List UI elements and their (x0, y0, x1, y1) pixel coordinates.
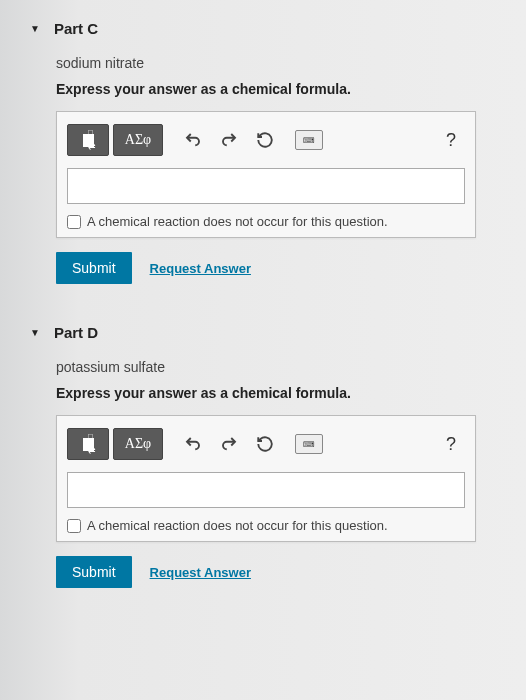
no-reaction-label: A chemical reaction does not occur for t… (87, 214, 388, 229)
collapse-caret-icon[interactable]: ▼ (30, 327, 40, 338)
submit-button[interactable]: Submit (56, 252, 132, 284)
answer-box: □ ⇌ ΑΣφ ⌨ ? A (56, 415, 476, 542)
reset-icon[interactable] (249, 428, 281, 460)
undo-icon[interactable] (177, 428, 209, 460)
keyboard-icon[interactable]: ⌨ (295, 434, 323, 454)
no-reaction-label: A chemical reaction does not occur for t… (87, 518, 388, 533)
submit-button[interactable]: Submit (56, 556, 132, 588)
part-header: ▼ Part C (30, 20, 506, 37)
instruction-text: Express your answer as a chemical formul… (56, 385, 506, 401)
request-answer-link[interactable]: Request Answer (150, 565, 251, 580)
help-button[interactable]: ? (437, 130, 465, 151)
template-button[interactable]: □ ⇌ (67, 428, 109, 460)
part-body: sodium nitrate Express your answer as a … (30, 55, 506, 284)
part-header: ▼ Part D (30, 324, 506, 341)
part-d-section: ▼ Part D potassium sulfate Express your … (30, 324, 506, 588)
formula-toolbar: □ ⇌ ΑΣφ ⌨ ? (67, 428, 465, 460)
compound-name: potassium sulfate (56, 359, 506, 375)
request-answer-link[interactable]: Request Answer (150, 261, 251, 276)
no-reaction-checkbox[interactable] (67, 215, 81, 229)
part-body: potassium sulfate Express your answer as… (30, 359, 506, 588)
button-row: Submit Request Answer (56, 252, 506, 284)
redo-icon[interactable] (213, 428, 245, 460)
part-title: Part C (54, 20, 98, 37)
formula-input[interactable] (67, 168, 465, 204)
greek-symbols-button[interactable]: ΑΣφ (113, 124, 163, 156)
part-title: Part D (54, 324, 98, 341)
instruction-text: Express your answer as a chemical formul… (56, 81, 506, 97)
no-reaction-checkbox[interactable] (67, 519, 81, 533)
redo-icon[interactable] (213, 124, 245, 156)
no-reaction-row[interactable]: A chemical reaction does not occur for t… (67, 214, 465, 229)
undo-icon[interactable] (177, 124, 209, 156)
formula-input[interactable] (67, 472, 465, 508)
help-button[interactable]: ? (437, 434, 465, 455)
reset-icon[interactable] (249, 124, 281, 156)
answer-box: □ ⇌ ΑΣφ ⌨ ? A (56, 111, 476, 238)
no-reaction-row[interactable]: A chemical reaction does not occur for t… (67, 518, 465, 533)
button-row: Submit Request Answer (56, 556, 506, 588)
compound-name: sodium nitrate (56, 55, 506, 71)
template-button[interactable]: □ ⇌ (67, 124, 109, 156)
part-c-section: ▼ Part C sodium nitrate Express your ans… (30, 20, 506, 284)
keyboard-icon[interactable]: ⌨ (295, 130, 323, 150)
greek-symbols-button[interactable]: ΑΣφ (113, 428, 163, 460)
collapse-caret-icon[interactable]: ▼ (30, 23, 40, 34)
formula-toolbar: □ ⇌ ΑΣφ ⌨ ? (67, 124, 465, 156)
